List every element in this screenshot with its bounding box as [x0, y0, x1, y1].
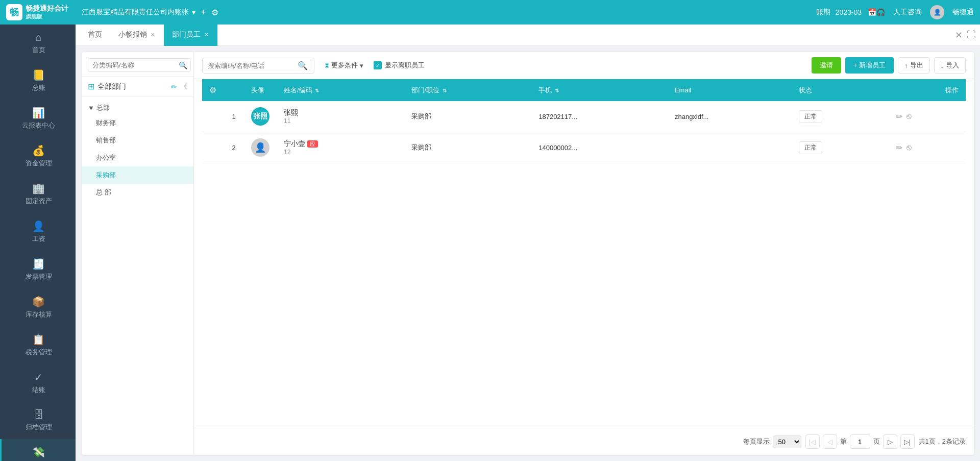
- table-row: 1 张照 张熙 11 采购部 187202117... zhangxidf...…: [202, 101, 966, 132]
- status-badge: 正常: [799, 141, 822, 154]
- logout-icon[interactable]: ⎋: [906, 143, 912, 152]
- sidebar-item-general-ledger[interactable]: 📒 总账: [0, 62, 76, 100]
- row-avatar-cell: 👤: [244, 132, 277, 163]
- action-btns: ✏ ⎋: [896, 112, 959, 122]
- settings-icon[interactable]: ⚙: [211, 8, 218, 17]
- sidebar-item-fixed-assets[interactable]: 🏢 固定资产: [0, 175, 76, 213]
- dept-search-icon[interactable]: 🔍: [179, 61, 187, 69]
- close-tab-icon[interactable]: ✕: [955, 30, 963, 41]
- filter-icon: ⧗: [325, 61, 329, 69]
- period-selector[interactable]: 账期 2023-03 📅: [816, 8, 876, 17]
- emp-search-icon[interactable]: 🔍: [298, 61, 308, 70]
- checkout-icon: ✓: [34, 371, 43, 383]
- sidebar-item-label-checkout: 结账: [32, 385, 45, 395]
- general-ledger-icon: 📒: [32, 69, 45, 81]
- sidebar-item-label-funds: 资金管理: [26, 159, 52, 168]
- dept-item-xiaoshou[interactable]: 销售部: [82, 132, 193, 149]
- emp-name: 宁小壹应: [284, 139, 397, 149]
- all-depts-header[interactable]: ⊞ 全部部门 ✏ 《: [82, 77, 193, 97]
- sidebar-item-archive[interactable]: 🗄 归档管理: [0, 402, 76, 439]
- sidebar-item-payroll[interactable]: 👤 工资: [0, 213, 76, 251]
- company-dropdown-icon[interactable]: ▾: [192, 8, 195, 16]
- toolbar-right: 邀请 + 新增员工 ↑ 导出 ↓ 导入: [812, 57, 966, 74]
- invite-btn[interactable]: 邀请: [812, 57, 841, 74]
- export-btn[interactable]: ↑ 导出: [898, 57, 930, 74]
- last-page-btn[interactable]: ▷|: [900, 434, 915, 449]
- per-page-select[interactable]: 50 10 20 100: [773, 435, 801, 448]
- export-icon: ↑: [904, 62, 908, 69]
- sidebar-item-funds[interactable]: 💰 资金管理: [0, 137, 76, 175]
- expand-icon[interactable]: ⛶: [967, 30, 976, 40]
- tab-xiaochang-close[interactable]: ×: [150, 30, 156, 39]
- sidebar-item-label-home: 首页: [32, 45, 45, 55]
- sort-phone-icon: ⇅: [555, 88, 559, 93]
- dept-group-zongbu[interactable]: ▼ 总部: [82, 99, 193, 114]
- col-phone[interactable]: 手机 ⇅: [531, 79, 668, 101]
- col-name-code[interactable]: 姓名/编码 ⇅: [277, 79, 404, 101]
- dept-item-zongbu2[interactable]: 总 部: [82, 184, 193, 201]
- first-page-btn[interactable]: |◁: [805, 434, 820, 449]
- filter-dropdown-icon: ▾: [360, 62, 363, 69]
- add-company-icon[interactable]: +: [201, 7, 206, 18]
- dept-collapse-icon[interactable]: 《: [180, 82, 187, 91]
- dept-search-input[interactable]: [88, 58, 191, 72]
- dept-item-bangong[interactable]: 办公室: [82, 149, 193, 166]
- funds-icon: 💰: [32, 144, 45, 157]
- tab-dept-emp[interactable]: 部门员工 ×: [164, 25, 217, 46]
- status-badge: 正常: [799, 110, 822, 123]
- sidebar-item-reports[interactable]: 📊 云报表中心: [0, 100, 76, 137]
- filter-btn[interactable]: ⧗ 更多条件 ▾: [321, 58, 368, 72]
- all-depts-icon: ⊞: [88, 82, 94, 91]
- dept-edit-icon[interactable]: ✏: [171, 83, 177, 91]
- edit-icon[interactable]: ✏: [896, 143, 902, 153]
- tab-dept-emp-close[interactable]: ×: [204, 30, 209, 39]
- logout-icon[interactable]: ⎋: [906, 112, 912, 121]
- sidebar-item-home[interactable]: ⌂ 首页: [0, 25, 76, 62]
- tab-dept-emp-label: 部门员工: [172, 30, 201, 39]
- col-actions: 操作: [889, 79, 966, 101]
- payroll-icon: 👤: [32, 220, 45, 232]
- show-left-checkbox[interactable]: ✓ 显示离职员工: [374, 61, 425, 70]
- emp-toolbar: 🔍 ⧗ 更多条件 ▾ ✓ 显示离职员工 邀请: [194, 52, 974, 79]
- emp-search-input[interactable]: [208, 62, 295, 69]
- emp-right: 🔍 ⧗ 更多条件 ▾ ✓ 显示离职员工 邀请: [194, 52, 974, 455]
- tab-home[interactable]: 首页: [80, 25, 110, 46]
- user-avatar[interactable]: 👤: [930, 5, 944, 19]
- sidebar-item-xiaochang[interactable]: 💸 小畅报销: [0, 439, 76, 461]
- tab-xiaochang-label: 小畅报销: [118, 30, 147, 39]
- edit-icon[interactable]: ✏: [896, 112, 902, 122]
- sidebar: ⌂ 首页 📒 总账 📊 云报表中心 💰 资金管理 🏢 固定资产 👤 工资 🧾 发…: [0, 25, 76, 461]
- per-page-label: 每页显示: [743, 437, 770, 446]
- xiaochang-icon: 💸: [32, 446, 45, 458]
- row-status-cell: 正常: [792, 132, 889, 163]
- service-label[interactable]: 人工咨询: [893, 8, 922, 17]
- sidebar-item-checkout[interactable]: ✓ 结账: [0, 364, 76, 402]
- tab-xiaochang[interactable]: 小畅报销 ×: [110, 25, 164, 46]
- sort-dept-icon: ⇅: [443, 88, 447, 93]
- company-selector[interactable]: 江西服宝精品有限责任公司内账张 ▾ + ⚙: [82, 7, 808, 18]
- prev-page-btn[interactable]: ◁: [823, 434, 837, 449]
- sidebar-item-label-invoice: 发票管理: [26, 272, 52, 281]
- add-emp-btn[interactable]: + 新增员工: [845, 57, 894, 74]
- col-settings-icon: ⚙: [209, 86, 216, 94]
- next-page-btn[interactable]: ▷: [883, 434, 897, 449]
- col-dept-pos[interactable]: 部门/职位 ⇅: [404, 79, 532, 101]
- page-content: 🔍 ⊞ 全部部门 ✏ 《 ▼ 总部 财务部: [76, 46, 980, 461]
- dept-item-caiwu[interactable]: 财务部: [82, 114, 193, 132]
- col-settings[interactable]: ⚙: [202, 79, 224, 101]
- dept-item-caigou[interactable]: 采购部: [82, 166, 193, 184]
- pagination: 每页显示 50 10 20 100 |◁ ◁ 第: [194, 428, 974, 455]
- tax-icon: 📋: [32, 333, 45, 346]
- sidebar-item-inventory[interactable]: 📦 库存核算: [0, 288, 76, 326]
- dept-panel: 🔍 ⊞ 全部部门 ✏ 《 ▼ 总部 财务部: [82, 52, 194, 455]
- import-label: 导入: [946, 61, 959, 70]
- import-btn[interactable]: ↓ 导入: [934, 57, 966, 74]
- emp-name: 张熙: [284, 108, 397, 117]
- sidebar-item-invoice[interactable]: 🧾 发票管理: [0, 251, 76, 288]
- calendar-icon[interactable]: 📅: [868, 8, 876, 16]
- dept-expand-icon: ▼: [88, 104, 94, 112]
- page-input[interactable]: [850, 434, 870, 449]
- row-dept-cell: 采购部: [404, 101, 532, 132]
- sidebar-item-tax[interactable]: 📋 税务管理: [0, 326, 76, 364]
- all-depts-label: 全部部门: [97, 82, 168, 91]
